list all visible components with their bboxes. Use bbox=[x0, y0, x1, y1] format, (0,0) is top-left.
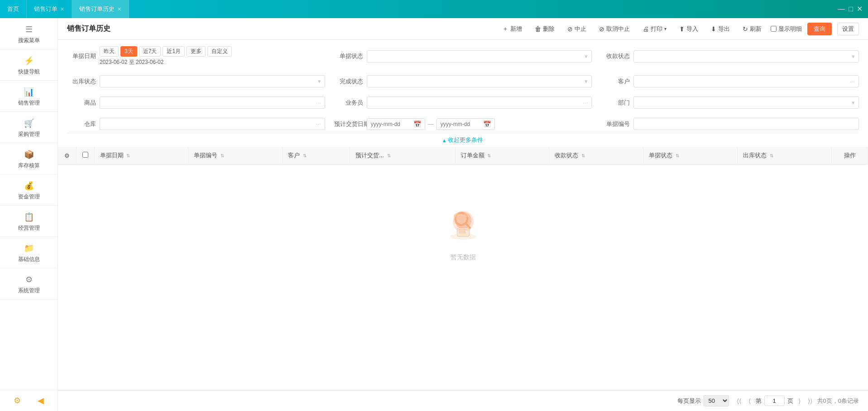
date-btn-custom[interactable]: 自定义 bbox=[207, 46, 232, 57]
product-label: 商品 bbox=[67, 99, 100, 107]
cancel-stop-button[interactable]: ⊘ 取消中止 bbox=[595, 23, 633, 35]
sales-mgmt-icon: 📊 bbox=[24, 87, 34, 97]
sidebar-expand-icon[interactable]: ◀ bbox=[38, 396, 44, 406]
date-btn-30days[interactable]: 近1月 bbox=[163, 46, 185, 57]
payment-status-select[interactable] bbox=[633, 50, 859, 63]
date-btn-yesterday[interactable]: 昨天 bbox=[100, 46, 119, 57]
th-customer: 客户 ⇅ bbox=[283, 147, 350, 164]
sidebar-item-sales-mgmt[interactable]: 📊 销售管理 bbox=[0, 81, 58, 112]
th-amount-sort[interactable]: ⇅ bbox=[487, 153, 491, 158]
select-all-checkbox[interactable] bbox=[82, 152, 88, 158]
date-btn-3days[interactable]: 3天 bbox=[120, 46, 137, 57]
sidebar-item-inventory[interactable]: 📦 库存核算 bbox=[0, 143, 58, 174]
tab-sales-order-history[interactable]: 销售订单历史 ✕ bbox=[72, 0, 129, 18]
customer-input[interactable]: ··· bbox=[633, 75, 859, 87]
delete-button[interactable]: 🗑 删除 bbox=[531, 23, 558, 35]
filter-complete-status-cell: 完成状态 bbox=[334, 75, 592, 87]
table-settings-icon[interactable]: ⚙ bbox=[64, 152, 70, 159]
last-page-btn[interactable]: ⟩⟩ bbox=[806, 396, 815, 406]
table-header-row: ⚙ 单据日期 ⇅ 单据编号 ⇅ bbox=[58, 147, 868, 164]
svg-rect-7 bbox=[457, 228, 469, 236]
tab-sales-order-close[interactable]: ✕ bbox=[60, 6, 64, 12]
chevron-up-icon bbox=[443, 137, 446, 144]
th-date-sort[interactable]: ⇅ bbox=[126, 153, 130, 158]
warehouse-input[interactable]: ··· bbox=[100, 118, 325, 130]
th-customer-sort[interactable]: ⇅ bbox=[303, 153, 307, 158]
delivery-date-end-icon[interactable]: 📅 bbox=[483, 121, 491, 128]
show-detail-checkbox[interactable] bbox=[771, 26, 777, 32]
sidebar-item-search-menu-label: 搜索菜单 bbox=[18, 37, 40, 44]
settings-bottom-icon[interactable]: ⚙ bbox=[14, 396, 21, 406]
tab-sales-order[interactable]: 销售订单 ✕ bbox=[27, 0, 72, 18]
close-btn[interactable]: ✕ bbox=[857, 5, 863, 13]
page-size-select[interactable]: 10 20 50 100 bbox=[704, 395, 729, 406]
out-status-select[interactable] bbox=[100, 75, 325, 87]
sidebar-item-inventory-label: 库存核算 bbox=[18, 162, 40, 169]
sidebar-item-finance-mgmt-label: 资金管理 bbox=[18, 193, 40, 201]
sidebar-item-quick-nav-label: 快捷导航 bbox=[18, 68, 40, 76]
page-size-label: 每页显示 bbox=[677, 397, 701, 405]
refresh-button[interactable]: ↻ 刷新 bbox=[739, 23, 765, 35]
page-number-input[interactable] bbox=[764, 396, 785, 406]
stop-button[interactable]: ⊘ 中止 bbox=[564, 23, 590, 35]
th-delivery-date-sort[interactable]: ⇅ bbox=[387, 153, 391, 158]
delivery-date-label: 预计交货日期 bbox=[334, 120, 367, 128]
first-page-btn[interactable]: ⟨⟨ bbox=[734, 396, 743, 406]
pagination: ⟨⟨ ⟨ 第 页 ⟩ ⟩⟩ 共0页，0条记录 bbox=[734, 396, 859, 406]
print-dropdown-icon[interactable]: ▾ bbox=[664, 26, 667, 31]
maximize-btn[interactable]: □ bbox=[849, 5, 853, 13]
sidebar-item-basic-info[interactable]: 📁 基础信息 bbox=[0, 237, 58, 268]
sidebar-item-finance-mgmt[interactable]: 💰 资金管理 bbox=[0, 174, 58, 206]
department-control bbox=[633, 97, 859, 109]
out-status-control bbox=[100, 75, 325, 87]
bill-number-input[interactable] bbox=[633, 118, 859, 130]
add-button[interactable]: ＋ 新增 bbox=[499, 23, 526, 35]
delivery-date-control: 📅 — 📅 bbox=[367, 118, 592, 130]
import-icon: ⬆ bbox=[679, 25, 685, 33]
sidebar-item-search-menu[interactable]: ☰ 搜索菜单 bbox=[0, 18, 58, 49]
minimize-btn[interactable]: — bbox=[838, 5, 845, 13]
filter-warehouse-cell: 仓库 ··· bbox=[67, 118, 325, 130]
th-checkbox[interactable] bbox=[76, 147, 94, 164]
sidebar-bottom: ⚙ ◀ bbox=[0, 390, 58, 411]
prev-page-btn[interactable]: ⟨ bbox=[746, 396, 753, 406]
import-button[interactable]: ⬆ 导入 bbox=[676, 23, 702, 35]
bill-status-select[interactable] bbox=[367, 50, 592, 63]
th-bill-status-sort[interactable]: ⇅ bbox=[676, 153, 679, 158]
th-operations-label: 操作 bbox=[844, 152, 856, 159]
filter-date-cell: 单据日期 昨天 3天 近7天 近1月 更多 自定义 2023-06-02 至 2… bbox=[67, 46, 325, 66]
delivery-date-start[interactable] bbox=[371, 121, 412, 127]
collapse-filter-row[interactable]: 收起更多条件 bbox=[67, 133, 859, 147]
date-btn-more[interactable]: 更多 bbox=[187, 46, 206, 57]
th-payment-status-sort[interactable]: ⇅ bbox=[581, 153, 585, 158]
settings-button[interactable]: 设置 bbox=[837, 23, 859, 35]
sidebar: ☰ 搜索菜单 ⚡ 快捷导航 📊 销售管理 🛒 采购管理 📦 库存核算 💰 资金管… bbox=[0, 18, 58, 411]
filter-section: 单据日期 昨天 3天 近7天 近1月 更多 自定义 2023-06-02 至 2… bbox=[58, 40, 868, 147]
page-title: 销售订单历史 bbox=[67, 24, 110, 34]
delivery-date-end[interactable] bbox=[441, 121, 481, 127]
tab-sales-order-history-close[interactable]: ✕ bbox=[117, 6, 121, 12]
export-button[interactable]: ⬇ 导出 bbox=[707, 23, 734, 35]
th-number-sort[interactable]: ⇅ bbox=[221, 153, 224, 158]
salesperson-label: 业务员 bbox=[334, 99, 367, 107]
delivery-date-start-icon[interactable]: 📅 bbox=[413, 121, 421, 128]
next-page-btn[interactable]: ⟩ bbox=[796, 396, 803, 406]
out-status-label: 出库状态 bbox=[67, 77, 100, 86]
th-delivery-date-label: 预计交货... bbox=[355, 152, 384, 159]
sidebar-item-system-mgmt[interactable]: ⚙ 系统管理 bbox=[0, 268, 58, 300]
complete-status-select[interactable] bbox=[367, 75, 592, 87]
filter-customer-cell: 客户 ··· bbox=[601, 75, 859, 87]
sidebar-item-operations-mgmt[interactable]: 📋 经营管理 bbox=[0, 206, 58, 237]
show-detail-checkbox-label[interactable]: 显示明细 bbox=[771, 25, 802, 33]
date-btn-7days[interactable]: 近7天 bbox=[139, 46, 161, 57]
salesperson-input[interactable]: ··· bbox=[367, 97, 592, 109]
sidebar-item-purchase-mgmt[interactable]: 🛒 采购管理 bbox=[0, 112, 58, 143]
print-button[interactable]: 🖨 打印 ▾ bbox=[639, 23, 670, 35]
query-button[interactable]: 查询 bbox=[807, 23, 832, 35]
th-out-status-sort[interactable]: ⇅ bbox=[770, 153, 773, 158]
product-input[interactable]: ··· bbox=[100, 97, 325, 109]
tab-home[interactable]: 首页 bbox=[0, 0, 27, 18]
sidebar-item-quick-nav[interactable]: ⚡ 快捷导航 bbox=[0, 49, 58, 81]
th-settings[interactable]: ⚙ bbox=[58, 147, 76, 164]
department-select[interactable] bbox=[633, 97, 859, 109]
